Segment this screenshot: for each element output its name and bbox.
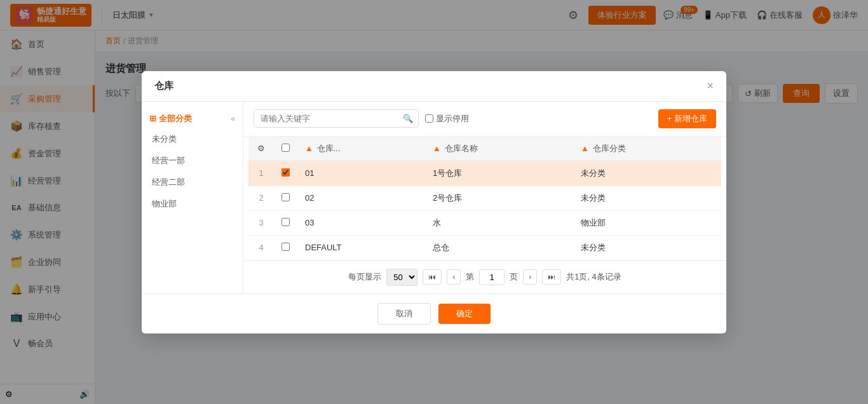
page-number-input[interactable] <box>479 269 505 285</box>
category-panel-header: ⊞ 全部分类 « <box>142 109 243 128</box>
row-name: 总仓 <box>425 235 573 260</box>
prev-page-button[interactable]: ‹ <box>447 269 461 285</box>
row-name: 水 <box>425 210 573 235</box>
row-code: 03 <box>297 210 425 235</box>
show-disabled-label[interactable]: 显示停用 <box>425 113 469 125</box>
select-all-checkbox[interactable] <box>281 144 290 152</box>
row-num: 4 <box>248 235 274 260</box>
row-checkbox-cell <box>274 235 297 260</box>
row-category: 未分类 <box>573 161 721 185</box>
per-page-select[interactable]: 50 <box>386 269 417 286</box>
category-panel: ⊞ 全部分类 « 未分类 经营一部 经营二部 物业部 <box>142 102 243 293</box>
warehouse-table-container: ⚙ ▲ 仓库... ▲ 仓库名称 <box>243 137 726 260</box>
row-category: 未分类 <box>573 235 721 260</box>
modal-body: ⊞ 全部分类 « 未分类 经营一部 经营二部 物业部 🔍 <box>142 102 726 293</box>
all-categories-label: ⊞ 全部分类 <box>149 113 192 125</box>
table-row[interactable]: 1 01 1号仓库 未分类 <box>248 161 721 185</box>
col-checkbox-header <box>274 137 297 161</box>
category-item-dept1[interactable]: 经营一部 <box>142 150 243 172</box>
table-header-row: ⚙ ▲ 仓库... ▲ 仓库名称 <box>248 137 721 161</box>
search-input[interactable] <box>254 110 398 127</box>
warehouse-table: ⚙ ▲ 仓库... ▲ 仓库名称 <box>248 137 721 260</box>
category-item-property[interactable]: 物业部 <box>142 193 243 215</box>
col-category-header: ▲ 仓库分类 <box>573 137 721 161</box>
search-box: 🔍 <box>254 109 419 128</box>
show-disabled-checkbox[interactable] <box>425 114 433 123</box>
collapse-icon[interactable]: « <box>231 114 235 123</box>
row-name: 1号仓库 <box>425 161 573 185</box>
settings-col-icon: ⚙ <box>257 144 265 153</box>
row-num: 3 <box>248 210 274 235</box>
row-checkbox[interactable] <box>281 218 290 226</box>
modal-header: 仓库 × <box>142 71 726 102</box>
row-code: 02 <box>297 185 425 210</box>
right-toolbar: 🔍 显示停用 + 新增仓库 <box>243 102 726 137</box>
modal-title: 仓库 <box>154 80 173 92</box>
per-page-label: 每页显示 <box>348 271 381 283</box>
modal-overlay[interactable]: 仓库 × ⊞ 全部分类 « 未分类 经营一部 经营二部 物业部 <box>0 0 868 404</box>
row-checkbox-cell <box>274 161 297 185</box>
sort-icon-2: ▲ <box>433 144 441 153</box>
col-name-header: ▲ 仓库名称 <box>425 137 573 161</box>
row-category: 未分类 <box>573 185 721 210</box>
modal-close-button[interactable]: × <box>707 80 714 91</box>
first-page-button[interactable]: ⏮ <box>423 269 442 285</box>
warehouse-list-panel: 🔍 显示停用 + 新增仓库 ⚙ <box>243 102 726 293</box>
search-icon[interactable]: 🔍 <box>398 110 418 127</box>
col-settings-header: ⚙ <box>248 137 274 161</box>
sort-icon: ▲ <box>305 144 313 153</box>
total-label: 共1页, 4条记录 <box>566 271 621 283</box>
row-num: 2 <box>248 185 274 210</box>
row-checkbox[interactable] <box>281 193 290 201</box>
row-checkbox-cell <box>274 210 297 235</box>
row-name: 2号仓库 <box>425 185 573 210</box>
row-checkbox[interactable] <box>281 243 290 251</box>
add-warehouse-button[interactable]: + 新增仓库 <box>658 109 716 128</box>
row-checkbox[interactable] <box>281 168 290 177</box>
warehouse-modal: 仓库 × ⊞ 全部分类 « 未分类 经营一部 经营二部 物业部 <box>142 71 726 333</box>
table-row[interactable]: 3 03 水 物业部 <box>248 210 721 235</box>
confirm-button[interactable]: 确定 <box>438 304 491 324</box>
page-suffix: 页 <box>510 271 518 283</box>
category-item-dept2[interactable]: 经营二部 <box>142 172 243 193</box>
grid-icon: ⊞ <box>149 114 156 123</box>
page-label: 第 <box>466 271 474 283</box>
category-item-uncategorized[interactable]: 未分类 <box>142 128 243 150</box>
pagination: 每页显示 50 ⏮ ‹ 第 页 › ⏭ 共1页, 4条记录 <box>243 260 726 293</box>
next-page-button[interactable]: › <box>523 269 537 285</box>
sort-icon-3: ▲ <box>581 144 589 153</box>
row-code: DEFAULT <box>297 235 425 260</box>
col-code-header: ▲ 仓库... <box>297 137 425 161</box>
table-row[interactable]: 2 02 2号仓库 未分类 <box>248 185 721 210</box>
cancel-button[interactable]: 取消 <box>377 303 431 325</box>
table-row[interactable]: 4 DEFAULT 总仓 未分类 <box>248 235 721 260</box>
modal-footer: 取消 确定 <box>142 293 726 333</box>
row-category: 物业部 <box>573 210 721 235</box>
row-num: 1 <box>248 161 274 185</box>
last-page-button[interactable]: ⏭ <box>542 269 561 285</box>
row-checkbox-cell <box>274 185 297 210</box>
row-code: 01 <box>297 161 425 185</box>
